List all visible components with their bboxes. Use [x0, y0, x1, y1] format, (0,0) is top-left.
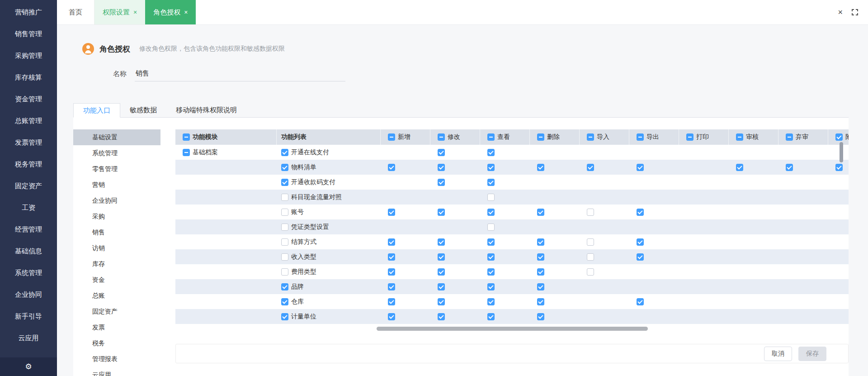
checkbox-checked[interactable] [388, 164, 395, 171]
checkbox-checked[interactable] [438, 253, 445, 261]
checkbox-checked[interactable] [388, 298, 395, 305]
checkbox-checked[interactable] [438, 164, 445, 171]
checkbox-checked[interactable] [487, 164, 495, 171]
module-menu-item[interactable]: 企业协同 [73, 193, 160, 209]
module-menu-item[interactable]: 系统管理 [73, 145, 160, 161]
settings-gear-button[interactable]: ⚙ [0, 357, 57, 376]
checkbox-checked[interactable] [438, 313, 445, 320]
checkbox-checked[interactable] [388, 238, 395, 246]
checkbox-checked[interactable] [487, 149, 495, 156]
checkbox-indeterminate[interactable] [388, 133, 395, 141]
sidebar-item[interactable]: 总账管理 [0, 110, 57, 132]
page-tab[interactable]: 角色授权× [145, 0, 196, 24]
sidebar-item[interactable]: 销售管理 [0, 23, 57, 45]
checkbox-indeterminate[interactable] [637, 133, 644, 141]
checkbox-indeterminate[interactable] [736, 133, 743, 141]
module-menu-item[interactable]: 总账 [73, 288, 160, 304]
checkbox-checked[interactable] [388, 283, 395, 290]
sidebar-item[interactable]: 基础信息 [0, 240, 57, 262]
sidebar-item[interactable]: 云应用 [0, 327, 57, 349]
checkbox-checked[interactable] [281, 313, 288, 320]
checkbox-indeterminate[interactable] [487, 133, 495, 141]
module-menu-item[interactable]: 云应用 [73, 367, 160, 376]
checkbox-unchecked[interactable] [281, 224, 288, 231]
page-tab[interactable]: 权限设置× [94, 0, 145, 24]
module-menu-item[interactable]: 管理报表 [73, 351, 160, 367]
checkbox-checked[interactable] [388, 253, 395, 261]
sidebar-item[interactable]: 经营管理 [0, 219, 57, 240]
module-menu-item[interactable]: 访销 [73, 240, 160, 256]
checkbox-unchecked[interactable] [587, 238, 594, 246]
module-menu-item[interactable]: 采购 [73, 209, 160, 224]
sidebar-item[interactable]: 企业协同 [0, 284, 57, 305]
checkbox-checked[interactable] [587, 164, 594, 171]
sidebar-item[interactable]: 新手引导 [0, 305, 57, 327]
checkbox-checked[interactable] [438, 179, 445, 186]
checkbox-checked[interactable] [537, 313, 544, 320]
checkbox-checked[interactable] [388, 268, 395, 276]
checkbox-indeterminate[interactable] [786, 133, 793, 141]
checkbox-unchecked[interactable] [281, 238, 288, 246]
role-name-input[interactable]: 销售 [135, 69, 345, 81]
cancel-button[interactable]: 取消 [764, 347, 792, 361]
module-menu-item[interactable]: 零售管理 [73, 161, 160, 177]
checkbox-unchecked[interactable] [281, 209, 288, 216]
checkbox-checked[interactable] [438, 283, 445, 290]
module-menu-item[interactable]: 固定资产 [73, 304, 160, 319]
checkbox-checked[interactable] [537, 253, 544, 261]
checkbox-indeterminate[interactable] [183, 149, 190, 156]
checkbox-unchecked[interactable] [281, 194, 288, 201]
checkbox-unchecked[interactable] [487, 224, 495, 231]
checkbox-checked[interactable] [438, 209, 445, 216]
checkbox-checked[interactable] [438, 238, 445, 246]
checkbox-checked[interactable] [537, 298, 544, 305]
vertical-scrollbar-thumb[interactable] [840, 142, 843, 162]
sidebar-item[interactable]: 税务管理 [0, 153, 57, 175]
sidebar-item[interactable]: 系统管理 [0, 262, 57, 284]
checkbox-indeterminate[interactable] [438, 133, 445, 141]
save-button[interactable]: 保存 [798, 347, 826, 361]
checkbox-checked[interactable] [537, 283, 544, 290]
tab-close-icon[interactable]: × [184, 9, 188, 15]
checkbox-checked[interactable] [438, 268, 445, 276]
checkbox-checked[interactable] [487, 253, 495, 261]
checkbox-checked[interactable] [736, 164, 743, 171]
checkbox-checked[interactable] [281, 283, 288, 290]
horizontal-scrollbar-thumb[interactable] [377, 327, 648, 331]
checkbox-indeterminate[interactable] [537, 133, 544, 141]
module-menu-item[interactable]: 库存 [73, 256, 160, 272]
detail-tab[interactable]: 敏感数据 [120, 103, 166, 117]
module-menu-item[interactable]: 基础设置 [73, 129, 160, 145]
checkbox-checked[interactable] [637, 209, 644, 216]
checkbox-checked[interactable] [537, 268, 544, 276]
checkbox-unchecked[interactable] [587, 268, 594, 276]
checkbox-checked[interactable] [388, 313, 395, 320]
checkbox-checked[interactable] [438, 149, 445, 156]
module-menu-item[interactable]: 资金 [73, 272, 160, 288]
checkbox-checked[interactable] [835, 133, 843, 141]
checkbox-unchecked[interactable] [487, 194, 495, 201]
checkbox-checked[interactable] [487, 209, 495, 216]
checkbox-checked[interactable] [637, 238, 644, 246]
checkbox-checked[interactable] [487, 238, 495, 246]
sidebar-item[interactable]: 库存核算 [0, 67, 57, 88]
module-menu-item[interactable]: 销售 [73, 224, 160, 240]
checkbox-checked[interactable] [438, 298, 445, 305]
module-menu-item[interactable]: 发票 [73, 319, 160, 335]
checkbox-unchecked[interactable] [587, 209, 594, 216]
module-menu-item[interactable]: 税务 [73, 335, 160, 351]
detail-tab[interactable]: 功能入口 [73, 103, 120, 118]
sidebar-item[interactable]: 工资 [0, 197, 57, 219]
checkbox-unchecked[interactable] [587, 253, 594, 261]
sidebar-item[interactable]: 营销推广 [0, 1, 57, 23]
checkbox-indeterminate[interactable] [587, 133, 594, 141]
sidebar-item[interactable]: 发票管理 [0, 132, 57, 153]
module-menu-item[interactable]: 营销 [73, 177, 160, 193]
checkbox-checked[interactable] [786, 164, 793, 171]
tab-home[interactable]: 首页 [57, 0, 94, 24]
checkbox-checked[interactable] [281, 164, 288, 171]
tab-close-icon[interactable]: × [133, 9, 137, 15]
checkbox-checked[interactable] [835, 164, 843, 171]
checkbox-checked[interactable] [487, 283, 495, 290]
checkbox-unchecked[interactable] [281, 268, 288, 276]
